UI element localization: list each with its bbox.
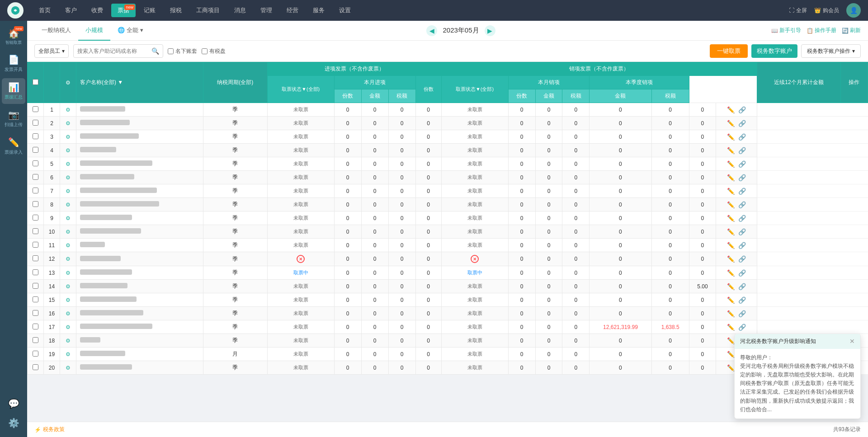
row-settings-icon[interactable]: ⚙ (66, 297, 71, 303)
row-sales-status[interactable]: 取票中 (441, 266, 508, 280)
sidebar-item-invoice-entry[interactable]: ✏️ 票据录入 (2, 133, 25, 159)
row-income-status[interactable]: 未取票 (267, 130, 334, 144)
row-sales-status[interactable]: 未取票 (441, 144, 508, 157)
row-settings-icon[interactable]: ⚙ (66, 147, 71, 154)
row-income-status[interactable]: 未取票 (267, 320, 334, 334)
row-sales-status[interactable]: 未取票 (441, 103, 508, 117)
edit-icon[interactable]: ✏️ (727, 174, 735, 181)
edit-icon[interactable]: ✏️ (727, 133, 735, 141)
row-income-status[interactable]: 未取票 (267, 157, 334, 171)
th-client-name[interactable]: 客户名称(全部) ▼ (76, 62, 203, 103)
view-icon[interactable]: 🔗 (738, 324, 746, 331)
row-checkbox[interactable] (33, 324, 38, 329)
row-settings-icon[interactable]: ⚙ (66, 215, 71, 221)
row-settings-icon[interactable]: ⚙ (66, 134, 71, 140)
view-icon[interactable]: 🔗 (738, 188, 746, 195)
tax-policy-link[interactable]: ⚡ 税务政策 (34, 426, 65, 433)
row-income-status[interactable]: 未取票 (267, 225, 334, 239)
nav-billing[interactable]: 收费 (85, 4, 109, 17)
row-checkbox[interactable] (33, 228, 38, 234)
row-sales-status[interactable]: 未取票 (441, 198, 508, 211)
tab-small-scale[interactable]: 小规模 (78, 21, 110, 41)
row-sales-status[interactable]: 未取票 (441, 320, 508, 334)
row-sales-status[interactable]: 未取票 (441, 348, 508, 361)
row-settings-icon[interactable]: ⚙ (66, 338, 71, 344)
row-checkbox[interactable] (33, 310, 38, 316)
nav-operation[interactable]: 经营 (280, 4, 305, 17)
row-settings[interactable]: ⚙ (60, 266, 76, 280)
sidebar-item-messages[interactable]: 💬 (2, 395, 25, 414)
edit-icon[interactable]: ✏️ (727, 337, 735, 344)
row-settings-icon[interactable]: ⚙ (66, 202, 71, 208)
edit-icon[interactable]: ✏️ (727, 215, 735, 222)
row-settings[interactable]: ⚙ (60, 130, 76, 144)
row-income-status[interactable]: 取票中 (267, 266, 334, 280)
nav-clients[interactable]: 客户 (59, 4, 83, 17)
row-settings[interactable]: ⚙ (60, 157, 76, 171)
row-sales-status[interactable]: 未取票 (441, 307, 508, 320)
view-icon[interactable]: 🔗 (738, 201, 746, 208)
row-settings-icon[interactable]: ⚙ (66, 365, 71, 371)
row-sales-status[interactable]: 未取票 (441, 361, 508, 375)
nav-settings[interactable]: 设置 (333, 4, 357, 17)
search-input[interactable] (77, 48, 150, 54)
sidebar-item-invoice-open[interactable]: 📄 发票开具 (2, 51, 25, 76)
row-sales-status[interactable]: 未取票 (441, 211, 508, 225)
view-icon[interactable]: 🔗 (738, 160, 746, 168)
employee-selector[interactable]: 全部员工 ▾ (34, 44, 69, 58)
row-settings[interactable]: ⚙ (60, 348, 76, 361)
edit-icon[interactable]: ✏️ (727, 255, 735, 263)
row-settings[interactable]: ⚙ (60, 239, 76, 252)
row-checkbox[interactable] (33, 255, 38, 261)
row-settings-icon[interactable]: ⚙ (66, 256, 71, 262)
row-settings[interactable]: ⚙ (60, 320, 76, 334)
edit-icon[interactable]: ✏️ (727, 201, 735, 208)
row-checkbox[interactable] (33, 133, 38, 139)
period-next-btn[interactable]: ▶ (485, 25, 495, 36)
vip-btn[interactable]: 👑 购会员 (814, 7, 839, 14)
row-checkbox[interactable] (33, 337, 38, 343)
search-button[interactable]: 🔍 (151, 47, 159, 55)
row-settings[interactable]: ⚙ (60, 280, 76, 293)
row-sales-status[interactable]: 未取票 (441, 171, 508, 184)
row-sales-status[interactable]: 未取票 (441, 239, 508, 252)
row-settings[interactable]: ⚙ (60, 361, 76, 375)
row-checkbox[interactable] (33, 296, 38, 302)
view-icon[interactable]: 🔗 (738, 174, 746, 181)
row-income-status[interactable]: 未取票 (267, 293, 334, 307)
period-prev-btn[interactable]: ◀ (426, 25, 437, 36)
sidebar-item-smart-ticket[interactable]: 🏠 智能取票 new (2, 24, 25, 49)
view-icon[interactable]: 🔗 (738, 228, 746, 235)
row-settings-icon[interactable]: ⚙ (66, 324, 71, 330)
row-settings-icon[interactable]: ⚙ (66, 161, 71, 167)
row-sales-status[interactable]: 未取票 (441, 184, 508, 198)
sidebar-item-scan-upload[interactable]: 📷 扫描上传 (2, 106, 25, 132)
nav-message[interactable]: 消息 (228, 4, 252, 17)
row-checkbox[interactable] (33, 283, 38, 289)
digital-account-ops-button[interactable]: 税务数字账户操作 ▾ (801, 44, 861, 58)
row-settings-icon[interactable]: ⚙ (66, 188, 71, 194)
row-income-status[interactable]: 未取票 (267, 117, 334, 130)
row-settings[interactable]: ⚙ (60, 211, 76, 225)
edit-icon[interactable]: ✏️ (727, 147, 735, 154)
row-checkbox[interactable] (33, 147, 38, 153)
view-icon[interactable]: 🔗 (738, 283, 746, 290)
tab-general-taxpayer[interactable]: 一般纳税人 (34, 21, 78, 41)
row-checkbox[interactable] (33, 201, 38, 207)
row-checkbox[interactable] (33, 351, 38, 357)
row-settings-icon[interactable]: ⚙ (66, 120, 71, 127)
manual-link[interactable]: 📋 操作手册 (807, 27, 836, 34)
row-checkbox[interactable] (33, 174, 38, 180)
view-icon[interactable]: 🔗 (738, 120, 746, 127)
edit-icon[interactable]: ✏️ (727, 351, 735, 358)
row-checkbox[interactable] (33, 269, 38, 275)
row-settings[interactable]: ⚙ (60, 103, 76, 117)
edit-icon[interactable]: ✏️ (727, 242, 735, 249)
account-filter-label[interactable]: 名下账套 (168, 47, 197, 55)
row-settings-icon[interactable]: ⚙ (66, 242, 71, 249)
select-all-checkbox[interactable] (33, 79, 38, 85)
view-icon[interactable]: 🔗 (738, 242, 746, 249)
digital-account-button[interactable]: 税务数字账户 (751, 44, 797, 58)
12month-link[interactable]: 5.00 (697, 283, 708, 290)
edit-icon[interactable]: ✏️ (727, 324, 735, 331)
